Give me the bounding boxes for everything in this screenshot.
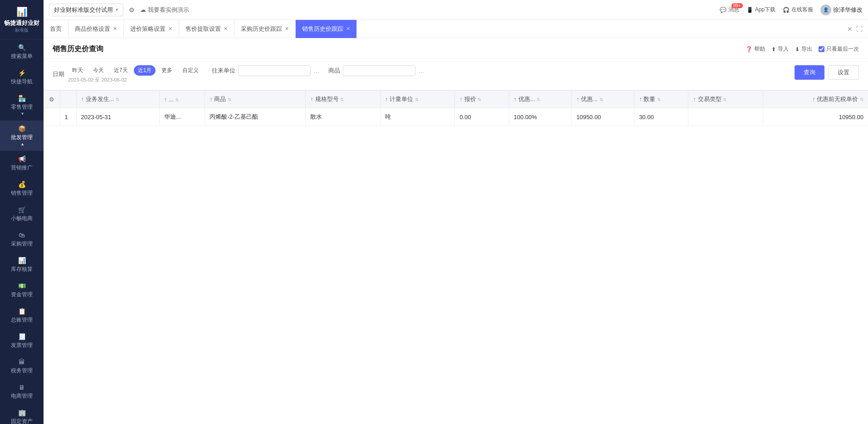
sidebar-item-label: 搜索菜单 xyxy=(11,53,33,60)
tab-home[interactable]: 首页 xyxy=(44,20,68,38)
th-spec[interactable]: ↑ 规格型号 ⇅ xyxy=(306,91,380,108)
sidebar-item-ecommerce[interactable]: 🖥 电商管理 xyxy=(0,379,44,405)
message-icon: 💬 xyxy=(720,7,727,13)
import-button[interactable]: ⬆ 导入 xyxy=(771,45,789,53)
tab-sale-price-extract[interactable]: 售价提取设置 ✕ xyxy=(179,20,234,38)
app-download-label: App下载 xyxy=(755,6,775,14)
retail-icon: 🏪 xyxy=(18,95,26,102)
sidebar-item-ecommerce-small[interactable]: 🛒 小畅电商 xyxy=(0,202,44,227)
tab-purchase-history[interactable]: 采购历史价跟踪 ✕ xyxy=(234,20,296,38)
tab-purchase-strategy[interactable]: 进价策略设置 ✕ xyxy=(124,20,179,38)
th-num[interactable] xyxy=(60,91,76,108)
sidebar-item-invoice[interactable]: 🧾 发票管理 xyxy=(0,328,44,354)
close-window-icon[interactable]: ✕ xyxy=(847,25,853,33)
gear-icon: ⚙ xyxy=(49,96,54,103)
sidebar-item-label: 营销推广 xyxy=(11,164,33,172)
th-price[interactable]: ↑ 报价 ⇅ xyxy=(455,91,509,108)
sidebar-item-assets[interactable]: 🏢 固定资产 xyxy=(0,405,44,424)
product-selector[interactable]: 好业财标准版交付试用 ▾ xyxy=(49,4,123,16)
chevron-up-icon: ▴ xyxy=(21,141,24,146)
sidebar-item-search[interactable]: 🔍 搜索菜单 xyxy=(0,39,44,65)
sidebar-item-label: 小畅电商 xyxy=(11,215,33,222)
tab-price-settings-label: 商品价格设置 xyxy=(75,25,110,33)
sort-icon: ⇅ xyxy=(478,97,481,102)
online-service-button[interactable]: 🎧 在线客服 xyxy=(783,6,813,14)
demo-label: 我要看实例演示 xyxy=(148,6,189,14)
partner-input[interactable] xyxy=(238,65,311,76)
sidebar-item-retail[interactable]: 🏪 零售管理 ▾ xyxy=(0,90,44,120)
close-icon[interactable]: ✕ xyxy=(346,26,350,32)
sidebar-item-wholesale[interactable]: 📦 批发管理 ▴ xyxy=(0,120,44,151)
sidebar-item-purchase[interactable]: 🛍 采购管理 xyxy=(0,227,44,252)
th-trade-type[interactable]: ↑ 交易类型 ⇅ xyxy=(688,91,763,108)
maximize-icon[interactable]: ⛶ xyxy=(856,25,863,33)
goods-more-icon[interactable]: … xyxy=(418,67,424,74)
tab-price-settings[interactable]: 商品价格设置 ✕ xyxy=(68,20,124,38)
th-discount2[interactable]: ↑ 优惠... ⇅ xyxy=(571,91,634,108)
sort-up-icon: ↑ xyxy=(639,96,642,102)
sort-up-icon: ↑ xyxy=(812,96,815,102)
ecommerce-icon: 🖥 xyxy=(19,384,25,391)
gear-icon[interactable]: ⚙ xyxy=(129,6,135,14)
date-btn-1month[interactable]: 近1月 xyxy=(134,65,156,76)
th-discount1[interactable]: ↑ 优惠... ⇅ xyxy=(509,91,571,108)
settings-button[interactable]: 设置 xyxy=(828,65,859,80)
cell-date: 2023-05-31 xyxy=(76,108,159,126)
cell-trade-type xyxy=(688,108,763,126)
sidebar-item-finance[interactable]: 💵 资金管理 xyxy=(0,278,44,303)
close-icon[interactable]: ✕ xyxy=(285,26,289,32)
sidebar-item-quicknav[interactable]: ⚡ 快捷导航 xyxy=(0,65,44,90)
th-unit[interactable]: ↑ 计量单位 ⇅ xyxy=(380,91,455,108)
sort-up-icon: ↑ xyxy=(693,96,696,102)
date-btn-yesterday[interactable]: 昨天 xyxy=(68,65,87,76)
message-button[interactable]: 💬 消息 99+ xyxy=(720,6,739,14)
user-name: 徐泽华修改 xyxy=(833,6,863,14)
sidebar-item-ledger[interactable]: 📋 总账管理 xyxy=(0,303,44,328)
sort-icon: ⇅ xyxy=(860,97,863,102)
close-icon[interactable]: ✕ xyxy=(168,26,172,32)
th-extra[interactable]: ↑ ... ⇅ xyxy=(159,91,205,108)
goods-input[interactable] xyxy=(343,65,415,76)
logo-title: 畅捷通好业财 xyxy=(4,19,40,27)
cell-qty: 30.00 xyxy=(634,108,688,126)
chevron-down-icon: ▾ xyxy=(21,111,24,116)
logo-sub: 标准版 xyxy=(4,27,40,34)
export-button[interactable]: ⬇ 导出 xyxy=(795,45,812,53)
sidebar-item-label: 零售管理 xyxy=(11,103,33,111)
app-download-button[interactable]: 📱 App下载 xyxy=(746,6,775,14)
help-button[interactable]: ❓ 帮助 xyxy=(746,45,765,53)
partner-more-icon[interactable]: … xyxy=(313,67,319,74)
sort-icon: ⇅ xyxy=(175,97,179,102)
topbar: 好业财标准版交付试用 ▾ ⚙ ☁ 我要看实例演示 💬 消息 99+ 📱 App下… xyxy=(44,0,868,20)
close-icon[interactable]: ✕ xyxy=(224,26,228,32)
query-button[interactable]: 查询 xyxy=(795,65,824,80)
date-btn-today[interactable]: 今天 xyxy=(89,65,108,76)
th-qty[interactable]: ↑ 数量 ⇅ xyxy=(634,91,688,108)
date-btn-7days[interactable]: 近7天 xyxy=(110,65,132,76)
th-date[interactable]: ↑ 业务发生... ⇅ xyxy=(76,91,159,108)
sidebar-item-tax[interactable]: 🏛 税务管理 xyxy=(0,354,44,379)
avatar: 👤 xyxy=(820,5,831,15)
tab-sales-history[interactable]: 销售历史价跟踪 ✕ xyxy=(296,20,357,38)
only-last-checkbox[interactable]: 只看最后一次 xyxy=(819,45,859,53)
export-icon: ⬇ xyxy=(795,46,800,53)
close-icon[interactable]: ✕ xyxy=(113,26,117,32)
purchase-icon: 🛍 xyxy=(19,231,25,239)
date-btn-more[interactable]: 更多 xyxy=(157,65,176,76)
sidebar-item-sales[interactable]: 💰 销售管理 xyxy=(0,176,44,202)
date-btn-custom[interactable]: 自定义 xyxy=(178,65,203,76)
tab-purchase-history-label: 采购历史价跟踪 xyxy=(241,25,282,33)
sort-icon: ⇅ xyxy=(657,97,661,102)
th-pretax-price[interactable]: ↑ 优惠前无税单价 ⇅ xyxy=(763,91,868,108)
user-menu[interactable]: 👤 徐泽华修改 xyxy=(820,5,863,15)
th-gear[interactable]: ⚙ xyxy=(44,91,60,108)
sidebar-item-label: 库存核算 xyxy=(11,265,33,273)
th-goods[interactable]: ↑ 商品 ⇅ xyxy=(205,91,306,108)
table-row[interactable]: 1 2023-05-31 华迪... 丙烯酸-2-乙基己酯 散水 吨 0.00 … xyxy=(44,108,868,126)
product-label: 好业财标准版交付试用 xyxy=(54,6,113,14)
only-last-input[interactable] xyxy=(819,46,824,52)
demo-button[interactable]: ☁ 我要看实例演示 xyxy=(140,6,189,14)
sidebar-item-marketing[interactable]: 📢 营销推广 xyxy=(0,151,44,176)
cell-pretax-price: 10950.00 xyxy=(763,108,868,126)
sidebar-item-inventory[interactable]: 📊 库存核算 xyxy=(0,252,44,278)
